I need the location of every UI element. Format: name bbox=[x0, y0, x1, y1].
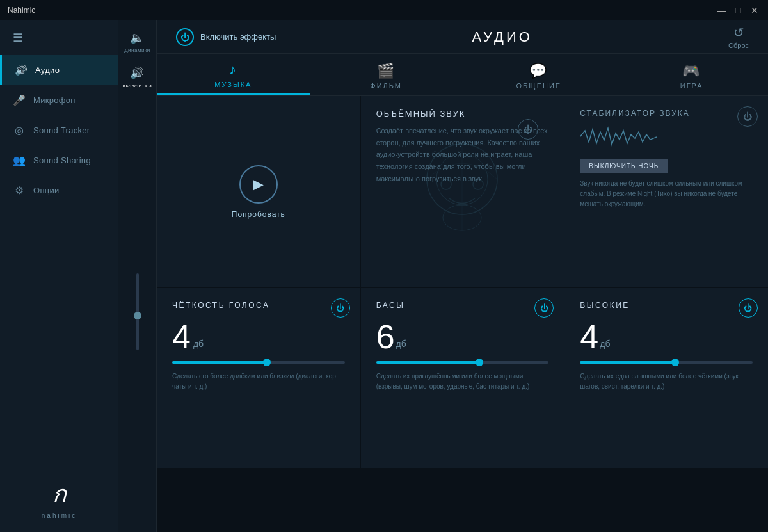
treble-track bbox=[580, 361, 753, 364]
surround-content: ⏻ ОБЪЁМНЫЙ ЗВУК Создаёт впечатление, что… bbox=[376, 109, 549, 184]
voice-clarity-unit-label: дб bbox=[193, 339, 204, 348]
chat-tab-label: ОБЩЕНИЕ bbox=[516, 82, 562, 90]
sidebar-item-sound-tracker[interactable]: ◎ Sound Tracker bbox=[0, 115, 118, 145]
titlebar-title: Nahimic bbox=[8, 6, 35, 15]
treble-panel: ⏻ ВЫСОКИЕ 4 дб Сделать их едва слышными … bbox=[564, 288, 768, 468]
sharing-icon: 👥 bbox=[13, 154, 26, 166]
tab-chat[interactable]: 💬 ОБЩЕНИЕ bbox=[463, 54, 616, 95]
tab-music[interactable]: ♪ МУЗЫКА bbox=[157, 54, 310, 95]
device-active-icon: 🔊 bbox=[130, 66, 144, 80]
tab-film[interactable]: 🎬 ФИЛЬМ bbox=[310, 54, 463, 95]
device-speakers[interactable]: 🔈 Динамики bbox=[124, 31, 150, 53]
maximize-button[interactable]: □ bbox=[732, 4, 744, 16]
film-tab-label: ФИЛЬМ bbox=[370, 82, 402, 90]
wave-svg bbox=[580, 124, 657, 150]
bass-thumb[interactable] bbox=[476, 359, 483, 366]
voice-clarity-panel: ⏻ ЧЁТКОСТЬ ГОЛОСА 4 дб Сделать его более… bbox=[157, 288, 360, 468]
preview-panel: ▶ Попробовать bbox=[157, 96, 360, 287]
content-header: ⏻ Включить эффекты АУДИО ↺ Сброс bbox=[157, 20, 768, 54]
voice-clarity-title: ЧЁТКОСТЬ ГОЛОСА bbox=[172, 301, 345, 310]
film-tab-icon: 🎬 bbox=[377, 63, 396, 79]
device-active-label: включить з bbox=[123, 83, 152, 88]
sidebar-label-tracker: Sound Tracker bbox=[33, 125, 90, 135]
sidebar-item-audio[interactable]: 🔊 Аудио bbox=[0, 55, 118, 85]
titlebar: Nahimic — □ ✕ bbox=[0, 0, 768, 20]
bass-fill bbox=[376, 361, 480, 364]
content-grid: ▶ Попробовать bbox=[157, 96, 768, 532]
main-content: ⏻ Включить эффекты АУДИО ↺ Сброс ♪ МУЗЫК… bbox=[157, 20, 768, 532]
enable-effects-button[interactable]: ⏻ Включить эффекты bbox=[176, 28, 276, 46]
treble-fill bbox=[580, 361, 675, 364]
bass-desc: Сделать их приглушёнными или более мощны… bbox=[376, 371, 549, 392]
reset-label: Сброс bbox=[728, 42, 749, 49]
sidebar-item-microphone[interactable]: 🎤 Микрофон bbox=[0, 85, 118, 115]
sidebar-label-sharing: Sound Sharing bbox=[33, 156, 91, 165]
audio-icon: 🔊 bbox=[15, 64, 28, 76]
treble-unit-label: дб bbox=[600, 339, 610, 348]
voice-clarity-value: 4 дб bbox=[172, 320, 345, 353]
hamburger-menu[interactable]: ☰ bbox=[13, 31, 23, 45]
treble-title: ВЫСОКИЕ bbox=[580, 301, 753, 310]
stabilizer-power-btn[interactable]: ⏻ bbox=[737, 106, 758, 127]
treble-thumb[interactable] bbox=[671, 359, 679, 366]
microphone-icon: 🎤 bbox=[13, 94, 26, 106]
voice-clarity-thumb[interactable] bbox=[263, 359, 271, 366]
bass-unit-label: дб bbox=[396, 339, 406, 348]
try-label: Попробовать bbox=[232, 210, 285, 219]
volume-slider-track[interactable] bbox=[136, 273, 139, 350]
stabilizer-title: СТАБИЛИЗАТОР ЗВУКА bbox=[580, 109, 753, 118]
surround-title: ОБЪЁМНЫЙ ЗВУК bbox=[376, 109, 549, 118]
power-circle-icon: ⏻ bbox=[176, 28, 194, 46]
sidebar-label-audio: Аудио bbox=[35, 65, 60, 75]
treble-power-btn[interactable]: ⏻ bbox=[739, 298, 758, 318]
voice-clarity-slider[interactable] bbox=[172, 361, 345, 364]
titlebar-controls: — □ ✕ bbox=[716, 4, 760, 16]
reset-icon: ↺ bbox=[733, 25, 744, 40]
device-speakers-label: Динамики bbox=[124, 47, 150, 53]
bass-slider[interactable] bbox=[376, 361, 549, 364]
treble-desc: Сделать их едва слышными или более чётки… bbox=[580, 371, 753, 392]
options-icon: ⚙ bbox=[13, 184, 26, 197]
volume-slider-thumb[interactable] bbox=[134, 312, 141, 319]
sidebar-label-microphone: Микрофон bbox=[33, 95, 76, 105]
voice-clarity-power-btn[interactable]: ⏻ bbox=[331, 298, 350, 318]
app-body: ☰ 🔊 Аудио 🎤 Микрофон ◎ Sound Tracker 👥 S… bbox=[0, 20, 768, 532]
sidebar-nav: 🔊 Аудио 🎤 Микрофон ◎ Sound Tracker 👥 Sou… bbox=[0, 55, 118, 463]
page-title: АУДИО bbox=[472, 29, 532, 45]
bass-value: 6 дб bbox=[376, 320, 549, 353]
minimize-button[interactable]: — bbox=[716, 4, 727, 16]
tracker-icon: ◎ bbox=[13, 124, 26, 136]
bass-panel: ⏻ БАСЫ 6 дб Сделать их приглушёнными или… bbox=[361, 288, 564, 468]
try-button[interactable]: ▶ Попробовать bbox=[232, 165, 285, 219]
close-button[interactable]: ✕ bbox=[749, 4, 760, 16]
treble-value: 4 дб bbox=[580, 320, 753, 353]
sidebar-label-options: Опции bbox=[33, 186, 60, 195]
stabilizer-description: Звук никогда не будет слишком сильным ил… bbox=[580, 179, 753, 209]
enable-effects-label: Включить эффекты bbox=[200, 32, 276, 42]
device-active[interactable]: 🔊 включить з bbox=[123, 66, 152, 88]
voice-clarity-fill bbox=[172, 361, 267, 364]
play-icon: ▶ bbox=[239, 165, 278, 204]
voice-clarity-desc: Сделать его более далёким или близким (д… bbox=[172, 371, 345, 392]
music-tab-icon: ♪ bbox=[229, 61, 237, 78]
game-tab-label: ИГРА bbox=[680, 82, 703, 90]
sidebar: ☰ 🔊 Аудио 🎤 Микрофон ◎ Sound Tracker 👥 S… bbox=[0, 20, 118, 532]
treble-slider[interactable] bbox=[580, 361, 753, 364]
chat-tab-icon: 💬 bbox=[529, 63, 548, 79]
svg-point-2 bbox=[443, 205, 481, 230]
music-tab-label: МУЗЫКА bbox=[214, 81, 252, 88]
disable-night-button[interactable]: ВЫКЛЮЧИТЬ НОЧЬ bbox=[580, 159, 668, 173]
bass-power-btn[interactable]: ⏻ bbox=[534, 298, 554, 318]
reset-button[interactable]: ↺ Сброс bbox=[728, 25, 749, 49]
logo-mark: ก bbox=[42, 476, 77, 512]
bass-title: БАСЫ bbox=[376, 301, 549, 310]
sidebar-item-sound-sharing[interactable]: 👥 Sound Sharing bbox=[0, 145, 118, 175]
tab-game[interactable]: 🎮 ИГРА bbox=[615, 54, 768, 95]
surround-panel: ⏻ ОБЪЁМНЫЙ ЗВУК Создаёт впечатление, что… bbox=[361, 96, 564, 287]
sidebar-logo: ก nahimic bbox=[0, 463, 118, 532]
stabilizer-panel: ⏻ СТАБИЛИЗАТОР ЗВУКА ВЫКЛЮЧИТЬ НОЧЬ Звук… bbox=[564, 96, 768, 287]
sidebar-top: ☰ bbox=[0, 20, 118, 55]
sidebar-item-options[interactable]: ⚙ Опции bbox=[0, 175, 118, 206]
speakers-icon: 🔈 bbox=[130, 31, 144, 45]
voice-clarity-track bbox=[172, 361, 345, 364]
